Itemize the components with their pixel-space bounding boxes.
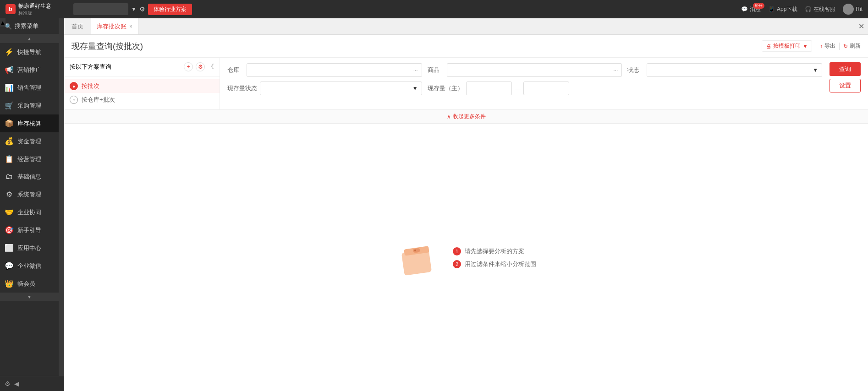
sidebar-item-销售管理[interactable]: 📊 销售管理	[0, 79, 59, 97]
sidebar-bottom: ⚙ ◀	[0, 376, 64, 391]
sidebar-item-畅会员[interactable]: 👑 畅会员	[0, 275, 59, 293]
nav-input[interactable]	[73, 3, 128, 15]
stock-qty-to[interactable]	[523, 81, 569, 95]
stock-status-field: 现存量状态 ▼	[227, 81, 422, 95]
status-label: 状态	[627, 66, 644, 74]
logo-icon: b	[5, 4, 16, 14]
status-field: 状态 ▼	[627, 63, 822, 77]
sidebar-item-系统管理[interactable]: ⚙ 系统管理	[0, 185, 59, 203]
sidebar-label-3: 采购管理	[17, 102, 41, 110]
nav-icon-1: 📢	[5, 65, 14, 74]
tab-库存批次账[interactable]: 库存批次账 ×	[91, 18, 138, 34]
logo-area: b 畅康通好生意 标准版	[5, 2, 70, 16]
sidebar-search-label: 搜索菜单	[15, 22, 38, 30]
user-name: Rit	[856, 6, 863, 12]
filter-fields-row-1: 仓库 ··· 商品	[227, 63, 822, 77]
refresh-btn[interactable]: ↻ 刷新	[843, 42, 861, 50]
filter-left-header: 按以下方案查询 + ⚙ 《	[64, 58, 220, 76]
top-header: b 畅康通好生意 标准版 ▼ ⚙ 体验行业方案 💬 消息 99+ 📱 App下载…	[0, 0, 868, 18]
collapse-panel-btn[interactable]: 《	[208, 63, 214, 71]
plan-icon-outline: ○	[70, 96, 78, 104]
sidebar-item-营销推广[interactable]: 📢 营销推广	[0, 61, 59, 79]
sidebar-label-13: 畅会员	[17, 280, 35, 288]
settings-icon-btn[interactable]: ⚙	[139, 5, 145, 13]
sidebar-label-11: 应用中心	[17, 244, 41, 252]
warehouse-input[interactable]: ···	[247, 63, 422, 77]
sidebar-item-应用中心[interactable]: ⬜ 应用中心	[0, 239, 59, 257]
sidebar-label-6: 经营管理	[17, 155, 41, 163]
export-label: 导出	[824, 42, 835, 50]
sidebar-item-资金管理[interactable]: 💰 资金管理	[0, 132, 59, 150]
empty-state: 1 请先选择要分析的方案 2 用过滤条件来缩小分析范围	[64, 124, 868, 391]
print-label: 按模板打印	[773, 42, 801, 50]
sidebar-item-采购管理[interactable]: 🛒 采购管理	[0, 97, 59, 114]
header-nav: ▼ ⚙ 体验行业方案	[73, 3, 737, 15]
settings-plan-btn[interactable]: ⚙	[196, 62, 205, 71]
scroll-up-btn[interactable]: ▲	[0, 18, 5, 27]
empty-step-1: 1 请先选择要分析的方案	[453, 247, 536, 255]
collapse-more-label: 收起更多条件	[453, 113, 486, 120]
query-button[interactable]: 查询	[830, 62, 861, 76]
nav-icon-4: 📦	[5, 119, 14, 128]
main-layout: ▲ 🔍 搜索菜单 ▲ ⚡ 快捷导航 📢 营销推广	[0, 18, 868, 391]
filter-fields-area: 仓库 ··· 商品	[220, 58, 868, 109]
divider-2	[839, 43, 840, 50]
nav-dropdown-btn[interactable]: ▼	[131, 6, 137, 12]
nav-icon-12: 💬	[5, 261, 14, 270]
stock-qty-field: 现存量（主） —	[428, 81, 622, 95]
status-select[interactable]: ▼	[647, 63, 822, 77]
nav-icon-5: 💰	[5, 137, 14, 146]
filter-fields-row-2: 现存量状态 ▼ 现存量（主）	[227, 81, 822, 95]
tab-home[interactable]: 首页	[64, 18, 91, 34]
sidebar-scroll-down[interactable]: ▼	[0, 293, 59, 301]
service-icon: 🎧	[805, 6, 812, 12]
tab-close-icon[interactable]: ×	[129, 24, 132, 29]
nav-icon-11: ⬜	[5, 244, 14, 252]
sidebar-collapse-btn[interactable]: ◀	[14, 380, 19, 387]
filter-actions-col: 查询 设置	[830, 58, 868, 109]
print-btn[interactable]: 🖨 按模板打印 ▼	[762, 40, 812, 52]
sidebar-item-基础信息[interactable]: 🗂 基础信息	[0, 168, 59, 185]
stock-qty-range: —	[466, 81, 569, 95]
warehouse-dots[interactable]: ···	[413, 67, 418, 73]
plan-item-按批次[interactable]: ● 按批次	[64, 79, 220, 93]
goods-field: 商品 ···	[428, 63, 622, 77]
stock-status-select[interactable]: ▼	[260, 81, 422, 95]
refresh-label: 刷新	[850, 42, 861, 50]
sidebar-scrollbar[interactable]	[59, 18, 64, 376]
export-btn[interactable]: ↑ 导出	[820, 42, 835, 50]
sidebar-item-库存核算[interactable]: 📦 库存核算	[0, 114, 59, 132]
sidebar-scroll-up[interactable]: ▲	[0, 34, 59, 43]
page-header: 现存量查询(按批次) 🖨 按模板打印 ▼ ↑ 导出 ↻ 刷	[64, 35, 868, 58]
message-icon: 💬	[741, 6, 748, 12]
sidebar-item-经营管理[interactable]: 📋 经营管理	[0, 150, 59, 168]
nav-icon-3: 🛒	[5, 101, 14, 110]
content-area: 首页 库存批次账 × ✕ 现存量查询(按批次) 🖨 按模板打印 ▼	[64, 18, 868, 391]
goods-dots[interactable]: ···	[613, 67, 618, 73]
sidebar-search[interactable]: 🔍 搜索菜单	[0, 18, 59, 34]
add-plan-btn[interactable]: +	[184, 62, 193, 71]
stock-qty-from[interactable]	[466, 81, 512, 95]
sidebar-item-企业微信[interactable]: 💬 企业微信	[0, 257, 59, 275]
filter-settings-button[interactable]: 设置	[830, 79, 861, 92]
nav-icon-10: 🎯	[5, 226, 14, 234]
sidebar-settings-btn[interactable]: ⚙	[5, 380, 11, 387]
sidebar-item-新手引导[interactable]: 🎯 新手引导	[0, 221, 59, 239]
sidebar-label-9: 企业协同	[17, 208, 41, 217]
user-area[interactable]: Rit	[843, 4, 863, 15]
nav-icon-13: 👑	[5, 279, 14, 288]
trial-button[interactable]: 体验行业方案	[148, 4, 192, 15]
tab-bar-close-btn[interactable]: ✕	[858, 22, 864, 31]
online-service-btn[interactable]: 🎧 在线客服	[805, 5, 835, 13]
plan-item-按仓库批次[interactable]: ○ 按仓库+批次	[64, 93, 220, 107]
nav-icon-2: 📊	[5, 83, 14, 92]
message-btn[interactable]: 💬 消息 99+	[741, 5, 761, 13]
sidebar-item-企业协同[interactable]: 🤝 企业协同	[0, 203, 59, 221]
collapse-more-btn[interactable]: ∧ 收起更多条件	[64, 110, 868, 124]
goods-input[interactable]: ···	[447, 63, 622, 77]
print-dropdown-icon: ▼	[802, 43, 808, 49]
page-content: 现存量查询(按批次) 🖨 按模板打印 ▼ ↑ 导出 ↻ 刷	[64, 35, 868, 391]
sidebar-label-4: 库存核算	[17, 119, 41, 128]
app-download-btn[interactable]: 📱 App下载	[768, 5, 797, 13]
sidebar-item-快捷导航[interactable]: ⚡ 快捷导航	[0, 43, 59, 61]
